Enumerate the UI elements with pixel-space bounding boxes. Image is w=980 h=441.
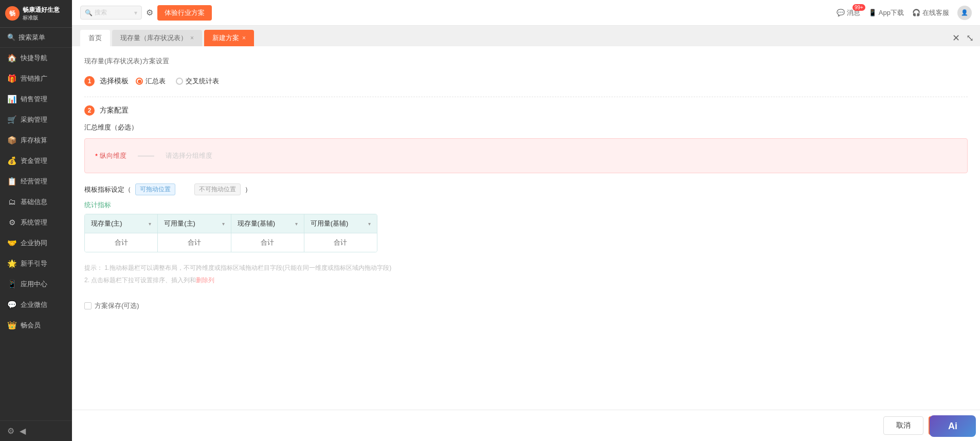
col-current-main-label: 现存量(主) [91,219,122,228]
col-available-main-chevron[interactable]: ▾ [222,221,225,227]
indicator-close: ） [245,185,251,194]
sidebar-item-inventory[interactable]: 📦 库存核算 [0,130,72,151]
stats-table-header: 现存量(主) ▾ 可用量(主) ▾ 现存量(基辅) ▾ 可用量(基辅) [85,214,377,233]
col-current-main-chevron[interactable]: ▾ [149,221,151,227]
cell-total-available: 合计 [158,233,231,252]
dimension-text: 纵向维度 [100,151,126,160]
operations-icon: 📋 [7,177,16,186]
wechat-icon: 💬 [7,300,16,309]
sidebar-item-marketing[interactable]: 🎁 营销推广 [0,68,72,89]
sidebar-item-new-guide[interactable]: 🌟 新手引导 [0,253,72,274]
sidebar-item-label: 新手引导 [21,259,47,268]
radio-cross-label: 交叉统计表 [186,77,219,86]
tab-inventory-status[interactable]: 现存量（库存状况表） × [112,30,202,46]
logo-icon: 畅 [5,6,20,21]
tab-new-plan-close[interactable]: × [242,34,246,42]
close-window-button[interactable]: ✕ [951,31,961,45]
vertical-dimension-label: * 纵向维度 [95,151,126,160]
expand-window-button[interactable]: ⤡ [965,31,975,45]
sidebar-item-label: 系统管理 [21,218,47,227]
tabbar: 首页 现存量（库存状况表） × 新建方案 × ✕ ⤡ [72,26,980,46]
radio-summary[interactable]: 汇总表 [136,77,166,86]
topbar-right: 💬 消息 99+ 📱 App下载 🎧 在线客服 👤 [837,6,972,20]
message-button[interactable]: 💬 消息 99+ [837,8,860,17]
topbar-left: 🔍 搜索 ▾ ⚙ 体验行业方案 [80,5,831,21]
sidebar-item-label: 畅会员 [21,321,41,330]
sidebar-item-label: 企业协同 [21,238,47,248]
stats-section-label: 统计指标 [84,200,968,210]
cooperation-icon: 🤝 [7,238,16,248]
app-download-button[interactable]: 📱 App下载 [868,8,904,17]
basic-info-icon: 🗂 [7,197,16,207]
step2-section: 2 方案配置 汇总维度（必选） * 纵向维度 —— 请选择分组维度 [84,105,968,310]
col-current-aux-chevron[interactable]: ▾ [295,221,298,227]
col-current-aux[interactable]: 现存量(基辅) ▾ [231,214,304,233]
col-available-aux-chevron[interactable]: ▾ [368,221,371,227]
tab-inventory-label: 现存量（库存状况表） [120,33,187,43]
cell-total-available-aux: 合计 [304,233,377,252]
sidebar-item-basic-info[interactable]: 🗂 基础信息 [0,192,72,212]
sidebar-item-wechat[interactable]: 💬 企业微信 [0,295,72,315]
message-icon: 💬 [837,9,845,16]
trial-industry-button[interactable]: 体验行业方案 [157,5,212,21]
sidebar-item-label: 营销推广 [21,74,47,83]
sidebar-item-app-center[interactable]: 📱 应用中心 [0,274,72,295]
collapse-icon[interactable]: ◀ [20,426,26,436]
cancel-button[interactable]: 取消 [883,416,923,435]
sales-icon: 📊 [7,95,16,104]
indicator-settings-text: 模板指标设定（ [84,185,131,194]
sidebar-item-cooperation[interactable]: 🤝 企业协同 [0,233,72,253]
sidebar-item-quick-nav[interactable]: 🏠 快捷导航 [0,48,72,68]
col-available-main[interactable]: 可用量(主) ▾ [158,214,231,233]
sidebar-item-purchase[interactable]: 🛒 采购管理 [0,109,72,130]
tab-home[interactable]: 首页 [80,30,110,46]
topbar: 🔍 搜索 ▾ ⚙ 体验行业方案 💬 消息 99+ 📱 App下载 🎧 在线客服 [72,0,980,26]
user-avatar[interactable]: 👤 [957,6,972,20]
dimension-area[interactable]: * 纵向维度 —— 请选择分组维度 [84,138,968,173]
save-checkbox[interactable] [84,302,92,309]
search-icon: 🔍 [85,9,93,16]
save-option: 方案保存(可选) [84,301,968,310]
message-badge: 99+ [852,4,865,11]
sidebar-item-label: 应用中心 [21,280,47,289]
topbar-search-box[interactable]: 🔍 搜索 ▾ [80,6,142,20]
tab-new-plan[interactable]: 新建方案 × [204,30,254,46]
col-available-aux[interactable]: 可用量(基辅) ▾ [304,214,377,233]
col-available-aux-label: 可用量(基辅) [311,219,349,228]
step2-number: 2 [84,105,95,116]
summary-dimension-text: 汇总维度（必选） [84,123,138,131]
sidebar-search[interactable]: 🔍 搜索菜单 [0,28,72,48]
sidebar: 畅 畅康通好生意 标准版 🔍 搜索菜单 🏠 快捷导航 🎁 营销推广 📊 销售管理… [0,0,72,441]
sidebar-item-operations[interactable]: 📋 经营管理 [0,171,72,192]
ai-badge[interactable]: Ai [930,415,976,437]
radio-cross[interactable]: 交叉统计表 [176,77,219,86]
dimension-dash: —— [138,151,154,160]
window-controls: ✕ ⤡ [951,31,980,45]
step1-number: 1 [84,76,95,86]
non-draggable-badge: 不可拖动位置 [194,183,241,195]
stats-table-row: 合计 合计 合计 合计 [85,233,377,252]
online-service-label: 在线客服 [922,8,949,17]
cell-total-main: 合计 [85,233,158,252]
membership-icon: 👑 [7,321,16,330]
sidebar-item-sales[interactable]: 📊 销售管理 [0,89,72,109]
settings-bottom-icon[interactable]: ⚙ [7,426,14,436]
sidebar-item-label: 库存核算 [21,136,47,145]
step2-header: 2 方案配置 [84,105,968,116]
sidebar-item-membership[interactable]: 👑 畅会员 [0,315,72,336]
col-current-aux-label: 现存量(基辅) [238,219,276,228]
ai-badge-label: Ai [948,421,957,432]
new-guide-icon: 🌟 [7,259,16,268]
online-service-button[interactable]: 🎧 在线客服 [912,8,949,17]
tab-home-label: 首页 [88,33,102,43]
sidebar-item-system[interactable]: ⚙ 系统管理 [0,212,72,233]
tab-inventory-close[interactable]: × [190,34,194,42]
col-current-main[interactable]: 现存量(主) ▾ [85,214,158,233]
tip-1: 提示： 1.拖动标题栏可以调整布局，不可跨维度或指标区域拖动栏目字段(只能在同一… [84,263,968,274]
system-icon: ⚙ [7,218,16,227]
app-center-icon: 📱 [7,280,16,289]
sidebar-item-label: 经营管理 [21,177,47,186]
settings-icon[interactable]: ⚙ [146,8,153,17]
required-asterisk: * [95,152,98,160]
sidebar-item-finance[interactable]: 💰 资金管理 [0,151,72,171]
